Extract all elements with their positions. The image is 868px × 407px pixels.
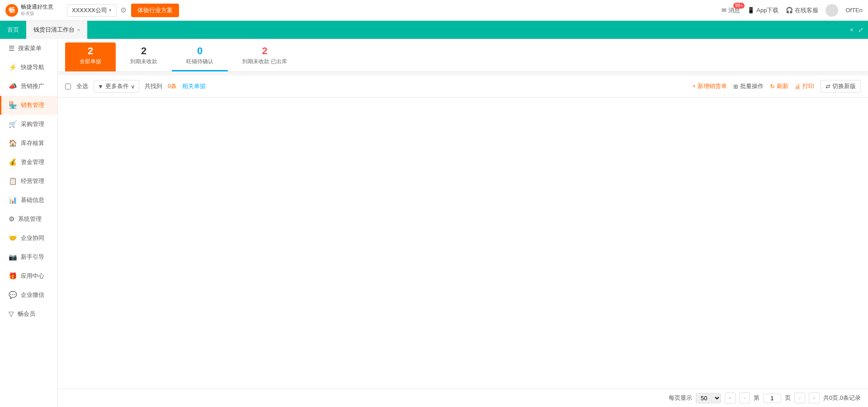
tab-home-label: 首页 [7, 26, 19, 34]
online-service-btn[interactable]: 🎧 在线客服 [786, 6, 818, 14]
add-sales-order-btn[interactable]: + 新增销货单 [693, 82, 727, 90]
quick-nav-icon: ⚡ [9, 63, 17, 71]
sidebar-item-label-guide: 新手引导 [21, 253, 44, 261]
sidebar-item-enterprise-coop[interactable]: 🤝 企业协同 [0, 229, 57, 248]
sidebar-item-enterprise-wechat[interactable]: 💬 企业微信 [0, 285, 57, 304]
sidebar-item-label-system: 系统管理 [18, 215, 42, 223]
per-page-select[interactable]: 50 10 20 100 [696, 393, 721, 403]
per-page-label: 每页显示 [669, 394, 692, 402]
trial-btn[interactable]: 体验行业方案 [131, 4, 179, 17]
finance-icon: 💰 [9, 158, 17, 166]
tab-workbench[interactable]: 钱货日清工作台 × [26, 21, 87, 39]
refresh-btn[interactable]: ↻ 刷新 [770, 82, 788, 90]
stat-tab-all[interactable]: 2 全部单据 [65, 42, 116, 71]
found-link[interactable]: 相关单据 [182, 82, 206, 90]
search-menu-icon: ☰ [9, 44, 14, 52]
inventory-icon: 🏠 [9, 139, 17, 147]
total-info: 共0页,0条记录 [823, 394, 861, 402]
sidebar-item-search-menu[interactable]: ☰ 搜索菜单 [0, 39, 57, 58]
select-all-label: 全选 [76, 82, 88, 90]
stat-wangpu-number: 0 [197, 46, 203, 56]
tab-close-icon[interactable]: × [77, 27, 80, 33]
chevron-down-icon: ▾ [109, 7, 112, 13]
sidebar-item-label-sales: 销售管理 [21, 101, 44, 109]
filter-btn[interactable]: ▼ 更多条件 ∨ [94, 80, 139, 93]
print-btn[interactable]: 🖨 打印 [795, 82, 814, 90]
sidebar-item-system[interactable]: ⚙ 系统管理 [0, 210, 57, 229]
purchase-icon: 🛒 [9, 120, 17, 128]
vip-icon: ▽ [9, 310, 14, 318]
company-name: XXXXXX公司 [72, 6, 107, 14]
sidebar: ☰ 搜索菜单 ⚡ 快捷导航 📣 营销推广 🏪 销售管理 🛒 采购管理 🏠 库存核… [0, 39, 58, 407]
app-download-btn[interactable]: 📱 App下载 [747, 6, 778, 14]
stat-all-label: 全部单据 [80, 58, 101, 65]
sidebar-item-finance[interactable]: 💰 资金管理 [0, 153, 57, 172]
next-page-btn[interactable]: › [794, 393, 805, 403]
enterprise-coop-icon: 🤝 [9, 234, 17, 242]
found-prefix: 共找到 [145, 82, 162, 90]
print-label: 打印 [802, 82, 814, 90]
sidebar-item-label-quicknav: 快捷导航 [21, 63, 44, 71]
select-all-checkbox[interactable] [65, 84, 71, 89]
sidebar-item-label-finance: 资金管理 [21, 158, 44, 166]
filter-label: 更多条件 [105, 82, 129, 90]
first-page-btn[interactable]: « [725, 393, 736, 403]
tab-home[interactable]: 首页 [0, 21, 26, 39]
enterprise-wechat-icon: 💬 [9, 291, 17, 299]
sidebar-item-basicinfo[interactable]: 📊 基础信息 [0, 191, 57, 210]
prev-page-btn[interactable]: ‹ [739, 393, 750, 403]
switch-icon: ⇄ [826, 83, 830, 90]
logo-tag: 标准版 [21, 10, 53, 17]
batch-operation-btn[interactable]: ⊞ 批量操作 [733, 82, 764, 90]
sidebar-item-purchase[interactable]: 🛒 采购管理 [0, 115, 57, 134]
logo-icon: 畅 [5, 4, 18, 17]
sidebar-item-inventory[interactable]: 🏠 库存核算 [0, 134, 57, 153]
basicinfo-icon: 📊 [9, 196, 17, 204]
sales-icon: 🏪 [9, 101, 17, 109]
header-right: ✉ 消息 99+ 📱 App下载 🎧 在线客服 OfTEn [722, 4, 863, 17]
stat-tab-wangpu[interactable]: 0 旺铺待确认 [172, 42, 228, 71]
sidebar-item-operations[interactable]: 📋 经营管理 [0, 172, 57, 191]
sidebar-item-vip[interactable]: ▽ 畅会员 [0, 304, 57, 323]
page-label: 第 [754, 394, 760, 402]
tab-close-all-icon[interactable]: × [850, 26, 854, 33]
sidebar-item-app-center[interactable]: 🎁 应用中心 [0, 267, 57, 285]
message-badge: 99+ [733, 3, 745, 9]
refresh-icon: ↻ [770, 83, 775, 90]
company-selector[interactable]: XXXXXX公司 ▾ [67, 4, 117, 17]
app-download-icon: 📱 [747, 7, 755, 14]
logo-text: 畅捷通好生意 [21, 4, 53, 11]
sidebar-item-marketing[interactable]: 📣 营销推广 [0, 77, 57, 96]
sidebar-item-quick-nav[interactable]: ⚡ 快捷导航 [0, 58, 57, 77]
tab-expand-icon[interactable]: ⤢ [858, 26, 863, 33]
message-icon: ✉ [722, 7, 726, 14]
stats-tabs: 2 全部单据 2 到期未收款 0 旺铺待确认 2 到期未收款 已出库 [58, 39, 868, 72]
guide-icon: 📷 [9, 253, 17, 261]
switch-label: 切换新版 [832, 82, 856, 90]
sidebar-item-guide[interactable]: 📷 新手引导 [0, 248, 57, 267]
tab-workbench-label: 钱货日清工作台 [33, 26, 75, 34]
stat-tab-overdue-shipped[interactable]: 2 到期未收款 已出库 [228, 42, 302, 71]
last-page-btn[interactable]: » [809, 393, 820, 403]
sidebar-item-sales[interactable]: 🏪 销售管理 [0, 96, 57, 115]
sidebar-item-label-inventory: 库存核算 [21, 139, 44, 147]
sidebar-item-label-purchase: 采购管理 [21, 120, 44, 128]
settings-icon[interactable]: ⚙ [120, 6, 127, 14]
page-unit: 页 [785, 394, 791, 402]
avatar[interactable] [826, 4, 838, 17]
toolbar: 全选 ▼ 更多条件 ∨ 共找到 0条 相关单据 + 新增销货单 ⊞ 批量操作 ↻ [58, 75, 868, 98]
logo-area: 畅 畅捷通好生意 标准版 [5, 4, 63, 17]
tab-bar: 首页 钱货日清工作台 × × ⤢ [0, 21, 868, 39]
top-header: 畅 畅捷通好生意 标准版 XXXXXX公司 ▾ ⚙ 体验行业方案 ✉ 消息 99… [0, 0, 868, 21]
stat-tab-overdue[interactable]: 2 到期未收款 [116, 42, 172, 71]
switch-version-btn[interactable]: ⇄ 切换新版 [821, 80, 861, 93]
toolbar-right: + 新增销货单 ⊞ 批量操作 ↻ 刷新 🖨 打印 ⇄ 切换新版 [693, 80, 861, 93]
operations-icon: 📋 [9, 177, 17, 185]
sidebar-item-label-appcenter: 应用中心 [21, 272, 44, 280]
found-count: 0条 [168, 82, 177, 90]
message-btn[interactable]: ✉ 消息 99+ [722, 6, 740, 14]
sidebar-item-label-marketing: 营销推广 [21, 82, 44, 90]
page-input[interactable] [763, 393, 781, 403]
system-icon: ⚙ [9, 215, 14, 223]
stat-shipped-label: 到期未收款 已出库 [242, 58, 287, 65]
